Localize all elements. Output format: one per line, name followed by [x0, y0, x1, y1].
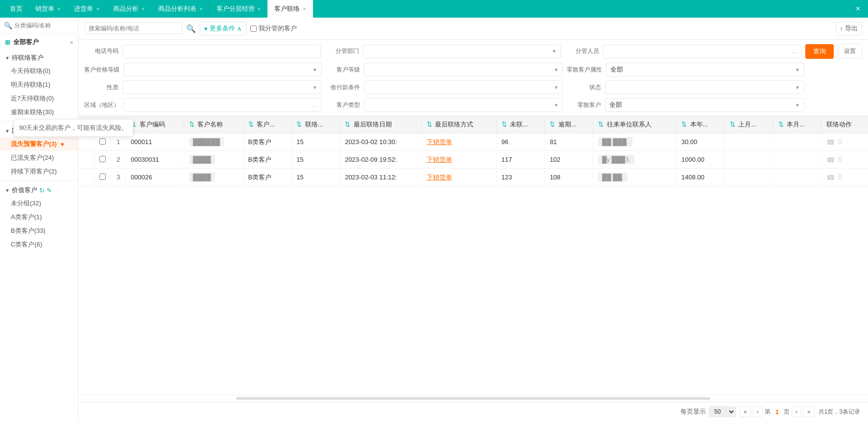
phone-input[interactable] [122, 45, 321, 58]
row3-method[interactable]: 下销货单 [421, 169, 496, 186]
next-page-button[interactable]: › [792, 406, 801, 417]
row2-check[interactable] [99, 156, 106, 162]
row1-method-link[interactable]: 下销货单 [427, 138, 452, 146]
horizontal-scrollbar[interactable] [78, 395, 868, 402]
churned-label: 已流失客户(24) [11, 154, 54, 161]
region-select[interactable]: … [123, 98, 322, 112]
nav-purchase-close[interactable]: × [96, 6, 99, 12]
row2-last-month [724, 151, 773, 169]
my-customers-checkbox[interactable] [250, 25, 257, 32]
nav-item-purchase[interactable]: 进货单 × [67, 0, 106, 18]
window-close-button[interactable]: × [852, 4, 864, 13]
declining-label: 持续下滑客户(2) [11, 168, 57, 175]
nav-item-analysis[interactable]: 商品分析 × [106, 0, 151, 18]
last-page-button[interactable]: » [803, 406, 815, 417]
status-select[interactable]: ▼ [605, 80, 804, 94]
sidebar-group-pending[interactable]: ▼ 待联络客户 [0, 50, 78, 64]
row1-phone-icon[interactable]: ☎ [826, 138, 835, 146]
search-input[interactable] [84, 23, 182, 34]
price-grade-select[interactable]: ▼ [123, 63, 322, 76]
row1-this-year: 30.00 [676, 133, 724, 151]
value-arrow-icon: ▼ [5, 188, 10, 193]
filter-bar: 🔍 ▾ 更多条件 ∧ 我分管的客户 ↑ 导出 [78, 18, 868, 40]
page-label-after: 页 [784, 408, 790, 416]
7days-label: 近7天待联络(0) [11, 95, 54, 102]
data-table-wrapper: ⚙ ⇅ 客户编码 ⇅ 客户名称 ⇅ 客户... [78, 116, 868, 395]
more-conditions-button[interactable]: ▾ 更多条件 ∧ [200, 22, 246, 35]
nav-item-customer-contact[interactable]: 客户联络 × [267, 0, 313, 18]
my-customers-toggle[interactable]: 我分管的客户 [250, 24, 297, 33]
customer-type-label: 客户类型 [326, 101, 360, 109]
sidebar-item-today[interactable]: 今天待联络(0) [0, 64, 78, 78]
sidebar-item-tomorrow[interactable]: 明天待联络(1) [0, 78, 78, 92]
value-refresh-icon[interactable]: ↻ [39, 187, 45, 194]
filter-field-customer-type: 客户类型 ▼ [326, 98, 563, 112]
sidebar-item-class-c[interactable]: C类客户(6) [0, 238, 78, 251]
phone-label: 电话号码 [84, 47, 119, 55]
nav-customer-tier-close[interactable]: × [258, 6, 261, 12]
filter-field-nature: 性质 ▼ [84, 80, 322, 94]
filter-field-zero-attr: 零散客户属性 全部 ▼ [567, 63, 804, 76]
customer-type-select[interactable]: ▼ [364, 98, 563, 112]
row3-check[interactable] [99, 173, 106, 180]
pending-arrow-icon: ▼ [5, 55, 10, 61]
row3-phone-icon[interactable]: ☎ [826, 173, 835, 181]
nav-item-sales[interactable]: 销货单 × [28, 0, 67, 18]
per-page-label: 每页显示 [680, 407, 706, 416]
value-edit-icon[interactable]: ✎ [47, 187, 52, 194]
export-button[interactable]: ↑ 导出 [836, 22, 863, 35]
row2-method-link[interactable]: 下销货单 [427, 156, 452, 163]
row2-no-contact: 117 [496, 151, 545, 169]
customer-grade-select[interactable]: ▼ [364, 63, 563, 76]
nav-analysis-list-close[interactable]: × [199, 6, 202, 12]
row1-check[interactable] [99, 138, 106, 145]
sidebar-item-ungroup[interactable]: 未分组(32) [0, 197, 78, 210]
row1-more-icon[interactable]: ⠿ [838, 138, 843, 146]
scroll-track [236, 397, 710, 400]
row2-phone-icon[interactable]: ☎ [826, 156, 835, 164]
nature-select[interactable]: ▼ [122, 80, 322, 94]
row3-more-icon[interactable]: ⠿ [838, 173, 843, 181]
customer-type-chevron: ▼ [554, 102, 558, 108]
sidebar-item-declining[interactable]: 持续下滑客户(2) [0, 165, 78, 178]
row2-name: ████ [184, 151, 243, 169]
nav-sales-label: 销货单 [35, 4, 54, 13]
sidebar-item-churned[interactable]: 已流失客户(24) [0, 151, 78, 165]
zero-attr-select[interactable]: 全部 ▼ [606, 63, 804, 76]
per-page-select[interactable]: 50 100 [709, 406, 736, 417]
row3-code: 000026 [126, 169, 184, 186]
nav-analysis-close[interactable]: × [142, 6, 145, 12]
sidebar-all-customers[interactable]: ⊞ 全部客户 « [0, 34, 78, 50]
nav-item-home[interactable]: 首页 [4, 0, 28, 18]
sidebar-item-class-b[interactable]: B类客户(33) [0, 224, 78, 238]
sidebar-search-input[interactable] [14, 22, 78, 29]
settings-button[interactable]: 设置 [838, 44, 862, 59]
payment-select[interactable]: ▼ [364, 80, 563, 94]
sidebar-item-class-a[interactable]: A类客户(1) [0, 210, 78, 224]
nav-item-customer-tier[interactable]: 客户分层经营 × [210, 0, 267, 18]
row2-more-icon[interactable]: ⠿ [838, 156, 843, 164]
table-row: 3 000026 ████ B类客户 15 2023-02-03 11:12: … [78, 169, 868, 186]
sidebar-item-churn-warning[interactable]: 流失预警客户(3) ● [0, 137, 78, 151]
sidebar-group-value[interactable]: ▼ 价值客户 ↻ ✎ [0, 183, 78, 197]
prev-page-button[interactable]: ‹ [753, 406, 763, 417]
nav-sales-close[interactable]: × [57, 6, 60, 12]
sidebar-item-7days[interactable]: 近7天待联络(0) [0, 92, 78, 105]
all-customers-label: 全部客户 [13, 38, 39, 47]
dept-select[interactable]: ▼ [363, 45, 561, 58]
first-page-button[interactable]: « [740, 406, 751, 417]
row3-checkbox[interactable] [95, 169, 111, 186]
sidebar-item-overdue[interactable]: 逾期未联络(30) [0, 105, 78, 119]
nav-customer-contact-close[interactable]: × [303, 6, 306, 12]
row2-method[interactable]: 下销货单 [421, 151, 496, 169]
col-this-month-sort-icon: ⇅ [778, 121, 784, 128]
query-button[interactable]: 查询 [805, 44, 834, 59]
nav-item-analysis-list[interactable]: 商品分析列表 × [151, 0, 209, 18]
person-select[interactable]: … [603, 45, 801, 58]
row3-method-link[interactable]: 下销货单 [427, 173, 452, 181]
row1-method[interactable]: 下销货单 [421, 133, 496, 151]
zero-customer-select[interactable]: 全部 ▼ [605, 98, 804, 112]
search-button[interactable]: 🔍 [186, 24, 196, 33]
filter-field-zero-customer: 零散客户 全部 ▼ [567, 98, 804, 112]
row2-checkbox[interactable] [95, 151, 111, 169]
